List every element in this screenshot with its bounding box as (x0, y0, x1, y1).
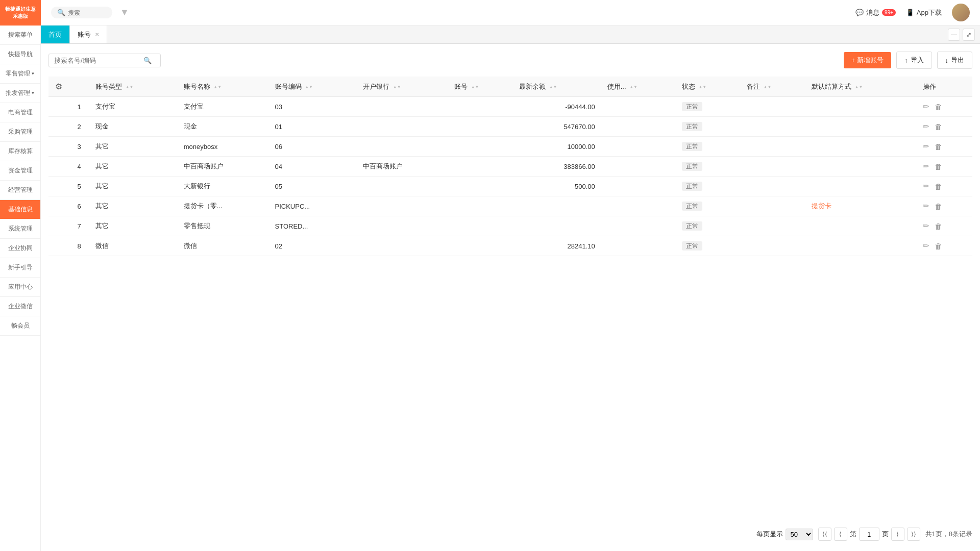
settings-icon[interactable]: ⚙ (55, 82, 62, 91)
cell-bank (357, 216, 448, 236)
sidebar-item-label: 采购管理 (3, 128, 38, 136)
sidebar-item-inventory[interactable]: 库存核算 (0, 142, 40, 161)
add-button-label: + 新增账号 (851, 56, 884, 65)
cell-account-type: 其它 (89, 137, 178, 157)
app-icon: 📱 (906, 9, 914, 16)
tab-home[interactable]: 首页 (41, 26, 70, 43)
edit-icon[interactable]: ✏ (923, 162, 929, 171)
th-usage[interactable]: 使用... ▲▼ (601, 77, 676, 97)
sidebar-item-label: 畅会员 (3, 321, 38, 330)
th-account-type[interactable]: 账号类型 ▲▼ (89, 77, 178, 97)
message-button[interactable]: 💬 消息 99+ (855, 8, 896, 17)
edit-icon[interactable]: ✏ (923, 241, 929, 251)
cell-notes (741, 196, 805, 216)
sidebar-item-quick-nav[interactable]: 快捷导航 (0, 45, 40, 64)
cell-account-type: 微信 (89, 236, 178, 256)
sidebar-item-enterprise-wechat[interactable]: 企业微信 (0, 297, 40, 316)
cell-balance: 547670.00 (513, 117, 601, 137)
th-bank[interactable]: 开户银行 ▲▼ (357, 77, 448, 97)
cell-account-code: STORED... (269, 216, 357, 236)
tab-close-icon[interactable]: ✕ (95, 32, 99, 37)
delete-icon[interactable]: 🗑 (935, 222, 942, 231)
action-icons: ✏ 🗑 (923, 102, 966, 111)
page-navigation: ⟨⟨ ⟨ 第 页 ⟩ ⟩⟩ (818, 528, 920, 541)
sidebar-item-wholesale-mgmt[interactable]: 批发管理 ▼ (0, 84, 40, 103)
sidebar-item-label: 零售管理 (6, 69, 30, 78)
sidebar-item-purchase-mgmt[interactable]: 采购管理 (0, 122, 40, 142)
cell-account-name: 大新银行 (178, 177, 269, 196)
logo-main: 畅捷通好生意 (5, 6, 36, 12)
edit-icon[interactable]: ✏ (923, 122, 929, 131)
th-settlement[interactable]: 默认结算方式 ▲▼ (805, 77, 917, 97)
delete-icon[interactable]: 🗑 (935, 242, 942, 251)
th-account-code[interactable]: 账号编码 ▲▼ (269, 77, 357, 97)
edit-icon[interactable]: ✏ (923, 102, 929, 111)
sidebar-item-ecommerce-mgmt[interactable]: 电商管理 (0, 103, 40, 122)
cell-settings (48, 216, 69, 236)
th-account-name[interactable]: 账号名称 ▲▼ (178, 77, 269, 97)
per-page-select[interactable]: 50 20 100 (786, 529, 813, 540)
topbar-right: 💬 消息 99+ 📱 App下载 (855, 4, 970, 21)
next-page-button[interactable]: ⟩ (891, 528, 904, 541)
cell-status: 正常 (676, 137, 741, 157)
user-avatar[interactable] (952, 4, 970, 21)
cell-index: 6 (69, 196, 89, 216)
th-balance[interactable]: 最新余额 ▲▼ (513, 77, 601, 97)
th-notes[interactable]: 备注 ▲▼ (741, 77, 805, 97)
sidebar-item-label: 应用中心 (3, 283, 38, 291)
th-account-no[interactable]: 账号 ▲▼ (448, 77, 513, 97)
sidebar-item-basic-info[interactable]: 基础信息 (0, 200, 40, 219)
page-size-selector: 每页显示 50 20 100 (756, 529, 813, 540)
cell-account-code: 03 (269, 97, 357, 117)
add-account-button[interactable]: + 新增账号 (844, 52, 891, 68)
sidebar-item-system-mgmt[interactable]: 系统管理 (0, 219, 40, 239)
sidebar-item-operation-mgmt[interactable]: 经营管理 (0, 181, 40, 200)
cell-actions: ✏ 🗑 (917, 196, 972, 216)
edit-icon[interactable]: ✏ (923, 182, 929, 191)
sidebar-item-enterprise-agreement[interactable]: 企业协同 (0, 239, 40, 258)
delete-icon[interactable]: 🗑 (935, 122, 942, 131)
last-page-button[interactable]: ⟩⟩ (907, 528, 920, 541)
sort-icon: ▲▼ (126, 85, 134, 89)
sidebar-item-retail-mgmt[interactable]: 零售管理 ▼ (0, 64, 40, 84)
delete-icon[interactable]: 🗑 (935, 103, 942, 111)
cell-balance: -90444.00 (513, 97, 601, 117)
table-row: 6 其它 提货卡（零... PICKUPC... 正常 提货卡 ✏ 🗑 (48, 196, 972, 216)
import-label: 导入 (911, 56, 924, 65)
topbar-search-box[interactable]: 🔍 (51, 7, 112, 18)
th-status[interactable]: 状态 ▲▼ (676, 77, 741, 97)
th-settings[interactable]: ⚙ (48, 77, 69, 97)
edit-icon[interactable]: ✏ (923, 142, 929, 151)
sidebar-item-finance-mgmt[interactable]: 资金管理 (0, 161, 40, 181)
delete-icon[interactable]: 🗑 (935, 182, 942, 191)
cell-account-no (448, 117, 513, 137)
topbar-search-input[interactable] (68, 9, 109, 16)
app-download-button[interactable]: 📱 App下载 (906, 8, 942, 17)
first-page-button[interactable]: ⟨⟨ (818, 528, 831, 541)
import-button[interactable]: ↑ 导入 (896, 52, 932, 69)
chevron-down-icon: ▼ (31, 71, 35, 76)
action-icons: ✏ 🗑 (923, 241, 966, 251)
sidebar-item-app-center[interactable]: 应用中心 (0, 278, 40, 297)
edit-icon[interactable]: ✏ (923, 202, 929, 211)
dropdown-icon[interactable]: ▼ (120, 7, 129, 18)
cell-account-no (448, 216, 513, 236)
cell-account-code: 06 (269, 137, 357, 157)
action-icons: ✏ 🗑 (923, 202, 966, 211)
sidebar-item-member[interactable]: 畅会员 (0, 316, 40, 336)
export-button[interactable]: ↓ 导出 (937, 52, 973, 69)
sidebar-item-new-guide[interactable]: 新手引导 (0, 258, 40, 278)
edit-icon[interactable]: ✏ (923, 221, 929, 231)
page-number-input[interactable] (859, 528, 879, 541)
prev-page-button[interactable]: ⟨ (834, 528, 847, 541)
tab-accounts[interactable]: 账号 ✕ (70, 26, 107, 43)
tab-minimize-button[interactable]: — (948, 29, 960, 41)
account-search-box[interactable]: 🔍 (48, 54, 161, 67)
cell-account-type: 其它 (89, 177, 178, 196)
delete-icon[interactable]: 🗑 (935, 142, 942, 151)
account-search-input[interactable] (54, 57, 141, 64)
sidebar-item-search-menu[interactable]: 搜索菜单 (0, 26, 40, 45)
delete-icon[interactable]: 🗑 (935, 202, 942, 211)
delete-icon[interactable]: 🗑 (935, 162, 942, 171)
tab-maximize-button[interactable]: ⤢ (963, 29, 975, 41)
